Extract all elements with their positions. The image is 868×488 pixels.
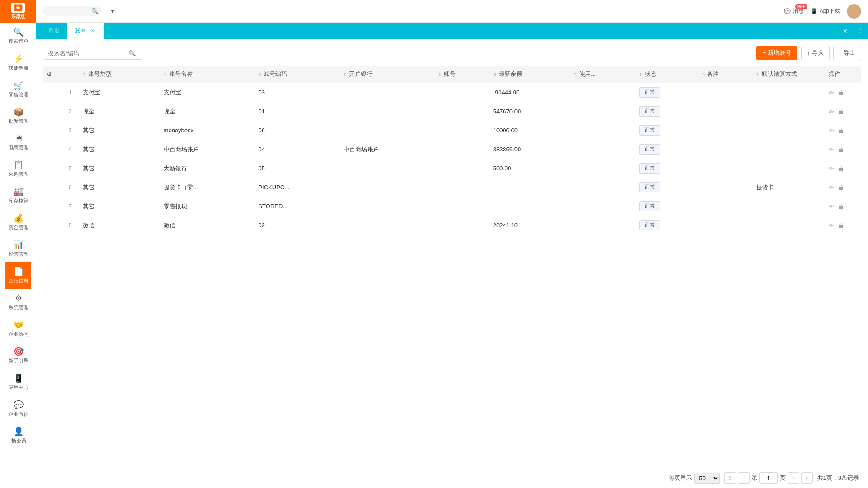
delete-button[interactable]: 🗑 <box>838 146 844 153</box>
prev-page-button[interactable]: ＜ <box>738 472 750 484</box>
table-row: 7 其它 零售抵现 STORED... 正常 ✏ 🗑 <box>43 197 861 216</box>
sidebar-item-finance-mgmt[interactable]: 💰 资金管理 <box>5 209 31 235</box>
edit-button[interactable]: ✏ <box>829 222 834 229</box>
row-code: 06 <box>255 121 340 140</box>
sidebar-item-wholesale-mgmt[interactable]: 📦 批发管理 <box>5 103 31 129</box>
row-name: 中百商场账户 <box>160 140 255 159</box>
delete-button[interactable]: 🗑 <box>838 89 844 96</box>
page-label: 第 <box>751 474 757 482</box>
user-avatar[interactable] <box>847 4 861 19</box>
sidebar-item-quick-nav[interactable]: ⚡ 快捷导航 <box>5 49 31 76</box>
per-page-select[interactable]: 102050100 <box>694 473 720 484</box>
sidebar-item-label: 企业微信 <box>9 411 28 418</box>
app-center-icon: 📱 <box>14 373 24 383</box>
sidebar-item-ecommerce-mgmt[interactable]: 🖥 电商管理 <box>5 129 31 155</box>
tab-maximize-btn[interactable]: ⛶ <box>853 25 863 36</box>
export-icon: ↓ <box>839 50 842 56</box>
sidebar-item-inventory[interactable]: 🏭 库存核算 <box>5 182 31 209</box>
last-page-button[interactable]: ⟫ <box>801 472 813 484</box>
new-account-button[interactable]: + 新增账号 <box>756 46 797 60</box>
sidebar-item-app-center[interactable]: 📱 应用中心 <box>5 369 31 395</box>
status-badge: 正常 <box>639 144 660 155</box>
col-usage[interactable]: ⇅使用... <box>570 66 636 83</box>
col-bank[interactable]: ⇅开户银行 <box>340 66 435 83</box>
delete-button[interactable]: 🗑 <box>838 165 844 172</box>
row-account <box>435 140 490 159</box>
col-code[interactable]: ⇅账号编码 <box>255 66 340 83</box>
tab-home[interactable]: 首页 <box>41 23 67 39</box>
edit-button[interactable]: ✏ <box>829 108 834 115</box>
topbar-search-input[interactable] <box>48 8 89 14</box>
delete-button[interactable]: 🗑 <box>838 184 844 191</box>
sidebar-item-new-guide[interactable]: 🎯 新手引导 <box>5 342 31 369</box>
row-name: 现金 <box>160 102 255 121</box>
sidebar-item-enterprise-agreement[interactable]: 🤝 企业协同 <box>5 315 31 342</box>
sidebar-item-enterprise-wechat[interactable]: 💬 企业微信 <box>5 395 31 422</box>
export-button[interactable]: ↓ 导出 <box>833 46 862 60</box>
sidebar-item-purchase-mgmt[interactable]: 📋 采购管理 <box>5 155 31 182</box>
delete-button[interactable]: 🗑 <box>838 203 844 210</box>
row-status: 正常 <box>636 197 698 216</box>
page-unit: 页 <box>780 474 786 482</box>
col-status[interactable]: ⇅状态 <box>636 66 698 83</box>
row-account <box>435 216 490 235</box>
sidebar-item-operations-mgmt[interactable]: 📊 经营管理 <box>5 235 31 262</box>
sidebar-item-member[interactable]: 👤 畅会员 <box>5 422 31 449</box>
sidebar-item-basic-info[interactable]: 📄 基础信息 <box>5 262 31 289</box>
sidebar-item-system-mgmt[interactable]: ⚙ 系统管理 <box>5 289 31 315</box>
row-status: 正常 <box>636 178 698 197</box>
page-number-input[interactable] <box>760 472 778 484</box>
col-balance[interactable]: ⇅最新余额 <box>490 66 571 83</box>
import-button[interactable]: ↑ 导入 <box>801 46 830 60</box>
row-default-payment <box>753 121 825 140</box>
tab-close-btn[interactable]: ✕ <box>840 25 850 36</box>
app-download-button[interactable]: 📱 App下载 <box>811 7 840 15</box>
delete-button[interactable]: 🗑 <box>838 222 844 229</box>
table-row: 2 现金 现金 01 547670.00 正常 ✏ 🗑 <box>43 102 861 121</box>
row-status: 正常 <box>636 121 698 140</box>
edit-button[interactable]: ✏ <box>829 127 834 134</box>
row-status: 正常 <box>636 140 698 159</box>
next-page-button[interactable]: ＞ <box>788 472 799 484</box>
account-search-button[interactable]: 🔍 <box>125 47 140 59</box>
row-code: 04 <box>255 140 340 159</box>
edit-button[interactable]: ✏ <box>829 184 834 191</box>
col-account[interactable]: ⇅账号 <box>435 66 490 83</box>
page-input-group: 第 页 <box>751 472 786 484</box>
first-page-button[interactable]: ⟪ <box>724 472 736 484</box>
table-row: 6 其它 提货卡（零… PICKUPC... 正常 提货卡 ✏ 🗑 <box>43 178 861 197</box>
account-search-input[interactable] <box>43 47 125 59</box>
sidebar-item-label: 基础信息 <box>9 277 28 284</box>
edit-button[interactable]: ✏ <box>829 165 834 172</box>
row-usage <box>570 216 636 235</box>
row-account <box>435 178 490 197</box>
col-type[interactable]: ⇅账号类型 <box>79 66 160 83</box>
col-settings[interactable]: ⚙ <box>43 66 61 83</box>
sidebar-item-label: 电商管理 <box>9 144 28 151</box>
edit-button[interactable]: ✏ <box>829 203 834 210</box>
tab-label: 账号 <box>75 27 86 35</box>
row-bank: 中百商场账户 <box>340 140 435 159</box>
col-name[interactable]: ⇅账号名称 <box>160 66 255 83</box>
enterprise-wechat-icon: 💬 <box>14 400 24 410</box>
col-note[interactable]: ⇅备注 <box>698 66 753 83</box>
sidebar-item-search-menu[interactable]: 🔍 搜索菜单 <box>5 23 31 49</box>
tab-account[interactable]: 账号× <box>67 23 104 39</box>
row-num: 1 <box>61 83 79 102</box>
sidebar-item-label: 应用中心 <box>9 384 28 391</box>
delete-button[interactable]: 🗑 <box>838 108 844 115</box>
edit-button[interactable]: ✏ <box>829 146 834 153</box>
tab-close-account[interactable]: × <box>89 27 96 34</box>
row-balance: 547670.00 <box>490 102 571 121</box>
per-page-selector: 每页显示 102050100 <box>669 473 720 484</box>
edit-button[interactable]: ✏ <box>829 89 834 96</box>
status-badge: 正常 <box>639 125 660 136</box>
col-default-payment[interactable]: ⇅默认结算方式 <box>753 66 825 83</box>
messages-button[interactable]: 💬 消息 99+ <box>784 7 804 15</box>
delete-button[interactable]: 🗑 <box>838 127 844 134</box>
inventory-icon: 🏭 <box>14 187 24 197</box>
topbar-dropdown[interactable]: ▼ <box>106 6 119 16</box>
row-account <box>435 83 490 102</box>
sidebar-item-retail-mgmt[interactable]: 🛒 零售管理 <box>5 76 31 103</box>
table-row: 1 支付宝 支付宝 03 -90444.00 正常 ✏ 🗑 <box>43 83 861 102</box>
